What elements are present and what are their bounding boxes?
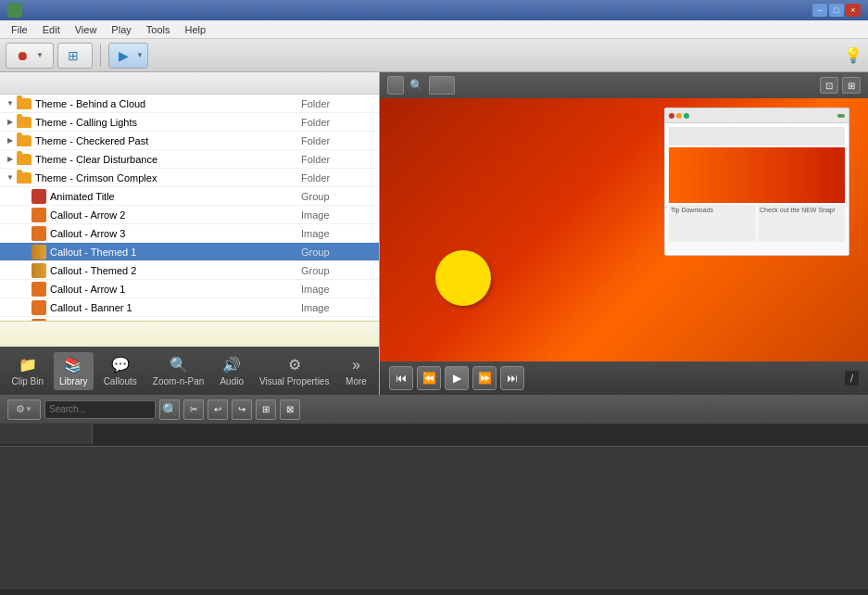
file-item[interactable]: Callout - Arrow 1Image bbox=[0, 280, 379, 298]
file-item[interactable]: ▶Theme - Calling LightsFolder bbox=[0, 113, 379, 132]
expand-icon bbox=[19, 246, 31, 259]
panel-tab-label: Clip Bin bbox=[12, 376, 44, 386]
rewind-button[interactable]: ⏪ bbox=[417, 366, 441, 390]
browser-dot-yellow bbox=[676, 113, 682, 119]
menu-item-tools[interactable]: Tools bbox=[139, 22, 178, 37]
expand-icon bbox=[19, 283, 31, 296]
file-item-type: Image bbox=[301, 228, 375, 239]
record-button[interactable]: ⏺ ▼ bbox=[6, 43, 54, 69]
menu-item-view[interactable]: View bbox=[68, 22, 105, 37]
file-item[interactable]: ▶Theme - Clear DisturbanceFolder bbox=[0, 150, 379, 169]
expand-icon bbox=[19, 190, 31, 203]
help-bulb-icon[interactable]: 💡 bbox=[844, 46, 862, 64]
toolbar-right: 💡 bbox=[844, 46, 862, 64]
get-more-media-button[interactable] bbox=[0, 321, 379, 347]
visual-props-icon: ⚙ bbox=[283, 356, 306, 374]
menu-item-file[interactable]: File bbox=[4, 22, 35, 37]
file-item[interactable]: ▶Theme - Checkered PastFolder bbox=[0, 132, 379, 150]
produce-dropdown-icon: ▼ bbox=[136, 51, 144, 59]
timeline-btn-1[interactable]: ✂ bbox=[183, 399, 204, 420]
resolution-button[interactable] bbox=[387, 76, 404, 95]
fast-forward-button[interactable]: ⏩ bbox=[472, 366, 497, 390]
expand-icon: ▶ bbox=[4, 134, 17, 147]
skip-end-button[interactable]: ⏭ bbox=[500, 366, 524, 390]
folder-icon bbox=[17, 98, 31, 109]
more-icon: » bbox=[345, 356, 367, 374]
close-button[interactable]: × bbox=[846, 4, 861, 17]
file-item[interactable]: Callout - Banner 1Image bbox=[0, 298, 379, 317]
panel-tab-more[interactable]: »More bbox=[339, 352, 372, 390]
file-item-type: Folder bbox=[301, 135, 375, 146]
left-panel: ▼Theme - Behind a CloudFolder▶Theme - Ca… bbox=[0, 72, 380, 395]
main-area: ▼Theme - Behind a CloudFolder▶Theme - Ca… bbox=[0, 72, 868, 395]
timeline-btn-3[interactable]: ↪ bbox=[232, 399, 252, 420]
file-list: ▼Theme - Behind a CloudFolder▶Theme - Ca… bbox=[0, 95, 379, 321]
folder-icon bbox=[17, 154, 31, 165]
panel-tab-library[interactable]: 📚Library bbox=[54, 352, 94, 390]
expand-icon bbox=[19, 301, 31, 314]
produce-button[interactable]: ▶ ▼ bbox=[108, 43, 148, 69]
file-item[interactable]: ▼Theme - Crimson ComplexFolder bbox=[0, 169, 379, 187]
file-item[interactable]: ▼Theme - Behind a CloudFolder bbox=[0, 95, 379, 113]
file-item[interactable]: Callout - Arrow 2Image bbox=[0, 206, 379, 224]
timeline-search[interactable] bbox=[44, 400, 156, 419]
expand-icon bbox=[19, 264, 31, 277]
menu-item-edit[interactable]: Edit bbox=[35, 22, 68, 37]
menu-item-play[interactable]: Play bbox=[104, 22, 138, 37]
toolbar-separator bbox=[100, 44, 101, 67]
panel-tab-label: Zoom-n-Pan bbox=[153, 376, 205, 386]
panel-tab-clip-bin[interactable]: 📁Clip Bin bbox=[6, 352, 49, 390]
fit-button[interactable]: ▼ bbox=[429, 76, 455, 95]
file-item-name: Theme - Crimson Complex bbox=[35, 172, 301, 184]
timeline-btn-5[interactable]: ⊠ bbox=[280, 399, 300, 420]
clip-bin-icon: 📁 bbox=[17, 356, 39, 374]
menu-item-help[interactable]: Help bbox=[177, 22, 213, 37]
file-item-type: Folder bbox=[301, 154, 375, 165]
browser-bar bbox=[665, 108, 849, 123]
orange-icon bbox=[31, 226, 46, 241]
file-item[interactable]: Callout - Arrow 3Image bbox=[0, 224, 379, 243]
panel-tabs: 📁Clip Bin📚Library💬Callouts🔍Zoom-n-Pan🔊Au… bbox=[0, 347, 379, 395]
file-item-name: Callout - Themed 1 bbox=[50, 247, 301, 258]
folder-icon bbox=[17, 135, 31, 146]
orange-icon bbox=[31, 300, 46, 315]
file-item-type: Group bbox=[301, 265, 375, 276]
timeline-btn-4[interactable]: ⊞ bbox=[256, 399, 276, 420]
file-item-type: Folder bbox=[301, 117, 375, 128]
preview-browser: Tip Downloads Check out the NEW Snap! bbox=[664, 108, 849, 256]
minimize-button[interactable]: − bbox=[812, 4, 827, 17]
panel-tab-callouts[interactable]: 💬Callouts bbox=[98, 352, 143, 390]
file-item[interactable]: Callout - Themed 1Group bbox=[0, 243, 379, 261]
import-button[interactable]: ⊞ bbox=[57, 43, 93, 69]
menubar: FileEditViewPlayToolsHelp bbox=[0, 20, 868, 39]
expand-icon bbox=[19, 209, 31, 222]
file-item-type: Folder bbox=[301, 98, 375, 109]
panel-tab-audio[interactable]: 🔊Audio bbox=[214, 352, 249, 390]
panel-tab-label: Visual Properties bbox=[259, 376, 329, 386]
file-item-type: Folder bbox=[301, 172, 375, 184]
file-item-type: Group bbox=[301, 191, 375, 202]
file-list-header bbox=[0, 72, 379, 95]
preview-icon-btn-2[interactable]: ⊞ bbox=[842, 77, 861, 94]
file-item[interactable]: Animated TitleGroup bbox=[0, 187, 379, 206]
library-icon: 📚 bbox=[62, 356, 84, 374]
expand-icon: ▼ bbox=[4, 171, 17, 184]
group-icon bbox=[31, 245, 46, 260]
panel-tab-zoom-n-pan[interactable]: 🔍Zoom-n-Pan bbox=[147, 352, 210, 390]
file-item[interactable]: Callout - Themed 2Group bbox=[0, 261, 379, 280]
panel-tab-visual-props[interactable]: ⚙Visual Properties bbox=[254, 352, 334, 390]
zoom-search-icon: 🔍 bbox=[409, 79, 423, 92]
timeline-settings-button[interactable]: ⚙ ▼ bbox=[7, 399, 41, 420]
zoom-n-pan-icon: 🔍 bbox=[168, 356, 190, 374]
folder-icon bbox=[17, 117, 31, 128]
skip-start-button[interactable]: ⏮ bbox=[389, 366, 413, 390]
preview-icon-btn-1[interactable]: ⊡ bbox=[820, 77, 838, 94]
file-item-type: Image bbox=[301, 209, 375, 221]
preview-toolbar: 🔍 ▼ ⊡ ⊞ bbox=[380, 72, 868, 98]
timeline-zoom-in[interactable]: 🔍 bbox=[159, 399, 180, 420]
play-button[interactable]: ▶ bbox=[445, 366, 469, 390]
app-icon bbox=[7, 3, 22, 18]
timeline-btn-2[interactable]: ↩ bbox=[208, 399, 228, 420]
file-item-type: Image bbox=[301, 284, 375, 295]
maximize-button[interactable]: □ bbox=[829, 4, 844, 17]
